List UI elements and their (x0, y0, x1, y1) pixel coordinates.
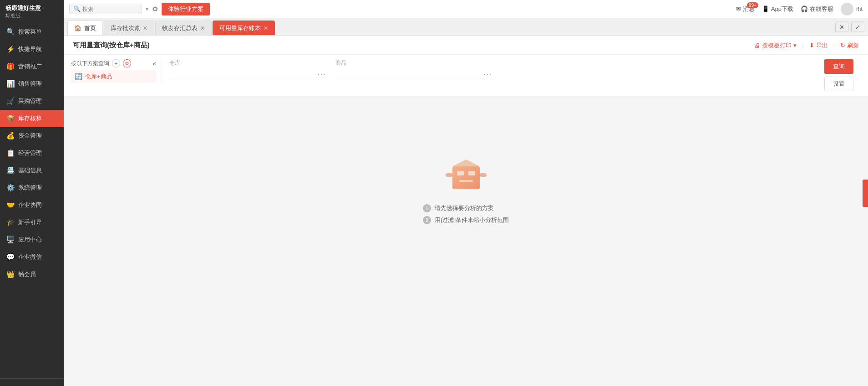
app-download-icon: 📱 (762, 5, 769, 12)
filter-panel: 按以下方案查询 + ⚙ « 🔄 仓库+商品 仓库 ··· (64, 55, 868, 96)
svg-rect-1 (457, 171, 464, 175)
sidebar-item-member[interactable]: 👑畅会员 (0, 266, 64, 283)
online-service-button[interactable]: 🎧 在线客服 (801, 5, 833, 13)
tab-available-ledger-close[interactable]: ✕ (264, 25, 268, 31)
print-dropdown-icon[interactable]: ▾ (793, 42, 797, 49)
online-service-label: 在线客服 (810, 5, 833, 13)
sidebar-item-search[interactable]: 🔍搜索菜单 (0, 23, 64, 41)
svg-rect-4 (446, 173, 452, 177)
export-button[interactable]: ⬇ 导出 (809, 41, 828, 50)
content-area: 按以下方案查询 + ⚙ « 🔄 仓库+商品 仓库 ··· (64, 55, 868, 386)
svg-rect-0 (452, 166, 480, 189)
collapse-button[interactable]: « (152, 60, 156, 67)
print-label: 按模板打印 (762, 41, 792, 50)
tip-num-2: 2 (423, 216, 431, 224)
search-input[interactable] (82, 6, 137, 12)
scheme-warehouse-goods[interactable]: 🔄 仓库+商品 (71, 70, 156, 83)
sidebar-item-newbie[interactable]: 🎓新手引导 (0, 214, 64, 231)
tab-expand-button[interactable]: ⤢ (851, 21, 864, 32)
svg-rect-5 (480, 173, 487, 177)
headset-icon: 🎧 (801, 5, 808, 12)
empty-tip-2: 2 用[过滤]条件来缩小分析范围 (423, 216, 509, 224)
warehouse-more-icon[interactable]: ··· (317, 70, 326, 78)
newbie-icon: 🎓 (6, 218, 15, 226)
member-icon: 👑 (6, 270, 15, 278)
refresh-button[interactable]: ↻ 刷新 (840, 41, 859, 50)
print-icon: 🖨 (754, 42, 760, 49)
sidebar-item-app-center[interactable]: 🖥️应用中心 (0, 231, 64, 248)
app-download-button[interactable]: 📱 App下载 (762, 5, 793, 13)
user-avatar-area[interactable]: Rit (841, 3, 863, 15)
empty-state: 1 请先选择要分析的方案 2 用[过滤]条件来缩小分析范围 (64, 96, 868, 278)
message-badge: 99+ (747, 2, 758, 8)
sidebar-label-finance: 资金管理 (18, 132, 42, 140)
scheme-label: 仓库+商品 (85, 72, 112, 81)
enterprise-wechat-icon: 💬 (6, 253, 15, 261)
page-header: 可用量查询(按仓库+商品) 🖨 按模板打印 ▾ | ⬇ 导出 | ↻ 刷新 (64, 36, 868, 55)
sidebar-item-enterprise-wechat[interactable]: 💬企业微信 (0, 248, 64, 266)
tab-stock-summary[interactable]: 收发存汇总表 ✕ (155, 21, 212, 35)
sidebar-item-quick-nav[interactable]: ⚡快捷导航 (0, 41, 64, 58)
sidebar-item-enterprise[interactable]: 🤝企业协同 (0, 196, 64, 214)
sidebar-item-system[interactable]: ⚙️系统管理 (0, 179, 64, 196)
print-button[interactable]: 🖨 按模板打印 ▾ (754, 41, 797, 50)
quick-nav-icon: ⚡ (6, 45, 15, 53)
sidebar-item-finance[interactable]: 💰资金管理 (0, 127, 64, 144)
sidebar-item-marketing[interactable]: 🎁营销推广 (0, 58, 64, 75)
sidebar-item-operation[interactable]: 📋经营管理 (0, 144, 64, 162)
tab-stock-summary-close[interactable]: ✕ (200, 25, 205, 31)
topbar-search-box[interactable]: 🔍 (69, 4, 142, 14)
message-button[interactable]: ✉ 消息 99+ (736, 5, 755, 13)
sidebar-item-basic[interactable]: 📇基础信息 (0, 162, 64, 179)
goods-input[interactable] (335, 71, 482, 78)
tab-home[interactable]: 🏠 首页 (67, 21, 103, 35)
avatar (841, 3, 853, 15)
tab-available-ledger-label: 可用量库存账本 (219, 24, 261, 32)
tab-available-ledger[interactable]: 可用量库存账本 ✕ (213, 21, 275, 35)
tab-batch-account-close[interactable]: ✕ (143, 25, 147, 31)
sidebar-label-basic: 基础信息 (18, 166, 42, 175)
sidebar-header: 畅康通好生意 标准版 (0, 0, 64, 23)
sidebar-label-operation: 经营管理 (18, 149, 42, 157)
message-icon: ✉ (736, 5, 741, 12)
trial-button[interactable]: 体验行业方案 (162, 3, 210, 15)
filter-actions: 查询 设置 (824, 59, 853, 91)
settings-button[interactable]: 设置 (824, 77, 853, 91)
sidebar-item-sales[interactable]: 📊销售管理 (0, 75, 64, 93)
tip-text-2: 用[过滤]条件来缩小分析范围 (435, 216, 509, 224)
page-title: 可用量查询(按仓库+商品) (73, 41, 150, 50)
query-button[interactable]: 查询 (824, 59, 853, 74)
tab-batch-account[interactable]: 库存批次账 ✕ (104, 21, 154, 35)
filter-scheme-label: 按以下方案查询 + ⚙ « (71, 59, 156, 67)
sidebar-scroll: 🔍搜索菜单⚡快捷导航🎁营销推广📊销售管理🛒采购管理📦库存核算💰资金管理📋经营管理… (0, 23, 64, 378)
sidebar-label-sales: 销售管理 (18, 80, 42, 88)
topbar-gear-icon[interactable]: ⚙ (152, 5, 158, 13)
sidebar-label-quick-nav: 快捷导航 (18, 45, 42, 53)
sidebar-item-inventory[interactable]: 📦库存核算 (0, 110, 64, 127)
sidebar-item-purchase[interactable]: 🛒采购管理 (0, 93, 64, 110)
refresh-icon: ↻ (840, 42, 845, 49)
tabs-bar: 🏠 首页 库存批次账 ✕ 收发存汇总表 ✕ 可用量库存账本 ✕ ✕ ⤢ (64, 18, 868, 36)
warehouse-input[interactable] (169, 71, 315, 78)
goods-field-input: ··· (335, 69, 492, 80)
side-scroll-handle[interactable] (863, 180, 868, 207)
user-name: Rit (855, 5, 863, 12)
page-actions: 🖨 按模板打印 ▾ | ⬇ 导出 | ↻ 刷新 (754, 41, 859, 50)
add-scheme-button[interactable]: + (112, 59, 120, 67)
goods-more-icon[interactable]: ··· (483, 70, 492, 78)
topbar-right: ✉ 消息 99+ 📱 App下载 🎧 在线客服 Rit (736, 3, 863, 15)
filter-scheme-panel: 按以下方案查询 + ⚙ « 🔄 仓库+商品 (71, 59, 162, 83)
tab-close-all-button[interactable]: ✕ (835, 21, 848, 32)
warehouse-field-label: 仓库 (169, 59, 326, 67)
finance-icon: 💰 (6, 132, 15, 140)
sidebar-label-newbie: 新手引导 (18, 218, 42, 226)
sidebar-label-search: 搜索菜单 (18, 28, 42, 36)
sidebar-label-enterprise: 企业协同 (18, 201, 42, 209)
goods-field-label: 商品 (335, 59, 492, 67)
tab-stock-summary-label: 收发存汇总表 (162, 24, 198, 32)
inventory-icon: 📦 (6, 114, 15, 123)
topbar-dropdown-icon[interactable]: ▾ (146, 6, 148, 12)
sidebar: 畅康通好生意 标准版 🔍搜索菜单⚡快捷导航🎁营销推广📊销售管理🛒采购管理📦库存核… (0, 0, 64, 386)
enterprise-icon: 🤝 (6, 201, 15, 209)
scheme-settings-button[interactable]: ⚙ (123, 59, 131, 67)
